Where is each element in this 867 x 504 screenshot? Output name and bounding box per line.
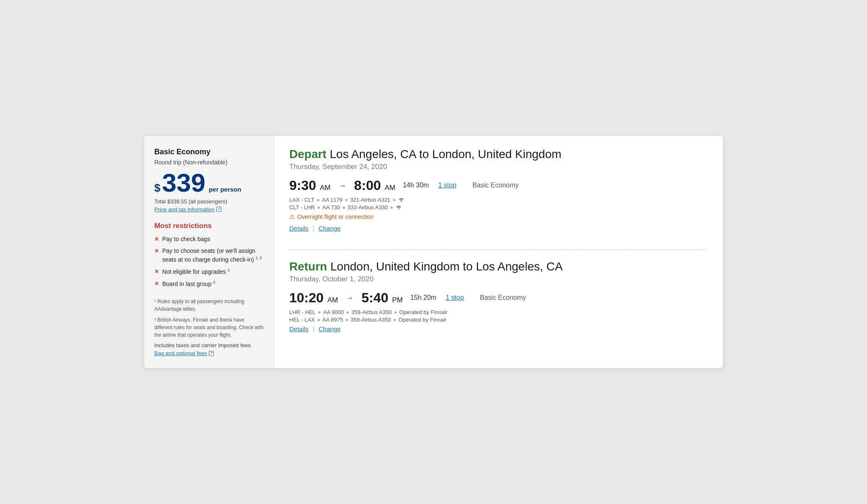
ret-seg2-aircraft: 359-Airbus A350: [350, 317, 391, 323]
return-fare-class: Basic Economy: [480, 294, 526, 301]
per-person-label: per person: [209, 186, 241, 193]
dot-sep-3: ■: [393, 197, 395, 202]
depart-change-link[interactable]: Change: [319, 225, 341, 232]
fare-title: Basic Economy: [154, 148, 264, 156]
restriction-text-4: Board in last group 2: [162, 280, 215, 288]
ret-seg2-route: HEL - LAX: [289, 317, 315, 323]
restriction-list: ✕ Pay to check bags ✕ Pay to choose seat…: [154, 235, 264, 292]
footnote-1: ¹ Rules apply to all passengers includin…: [154, 298, 264, 313]
includes-text: Includes taxes and carrier imposed fees.: [154, 342, 264, 348]
overnight-warning-text: Overnight flight or connection: [297, 213, 374, 220]
seg2-route: CLT - LHR: [289, 204, 315, 210]
seg1-aircraft: 321-Airbus A321: [350, 197, 390, 203]
restriction-item-2: ✕ Pay to choose seats (or we'll assign s…: [154, 247, 264, 264]
dollar-sign: $: [154, 182, 160, 195]
depart-time: 9:30 AM: [289, 178, 330, 193]
ret-dot-5: ■: [345, 317, 348, 322]
dot-sep-2: ■: [345, 197, 348, 202]
depart-times-row: 9:30 AM → 8:00 AM 14h 30m 1 stop Basic E…: [289, 178, 708, 193]
main-card: Basic Economy Round trip (Non-refundable…: [144, 136, 723, 369]
seg2-aircraft: 333-Airbus A330: [348, 204, 388, 210]
ret-dot-3: ■: [394, 310, 397, 314]
external-link-icon: [216, 207, 221, 212]
restriction-item-3: ✕ Not eligible for upgrades 1: [154, 268, 264, 276]
depart-section: Depart Los Angeles, CA to London, United…: [289, 148, 708, 232]
dot-sep-4: ■: [317, 205, 320, 210]
pipe-sep-return: |: [313, 325, 314, 333]
return-word: Return: [289, 260, 327, 273]
dot-sep-6: ■: [390, 205, 393, 210]
return-flight-details: LHR - HEL ■ AA 9000 ■ 359-Airbus A350 ■ …: [289, 309, 708, 323]
seg2-flight: AA 730: [322, 204, 340, 210]
restriction-item-1: ✕ Pay to check bags: [154, 235, 264, 244]
bag-fees-external-icon: [209, 351, 214, 356]
return-direction: Return London, United Kingdom to Los Ang…: [289, 260, 708, 273]
ret-seg1-flight: AA 9000: [323, 309, 344, 315]
depart-segment-1: LAX - CLT ■ AA 1179 ■ 321-Airbus A321 ■: [289, 197, 708, 203]
restriction-item-4: ✕ Board in last group 2: [154, 280, 264, 288]
depart-details-change-row: Details | Change: [289, 225, 708, 232]
price-number: 339: [162, 170, 205, 196]
return-section: Return London, United Kingdom to Los Ang…: [289, 260, 708, 333]
price-row: $ 339 per person: [154, 170, 264, 196]
wifi-icon-2: [395, 205, 402, 210]
return-segment-1: LHR - HEL ■ AA 9000 ■ 359-Airbus A350 ■ …: [289, 309, 708, 315]
restriction-text-2: Pay to choose seats (or we'll assign sea…: [162, 247, 264, 264]
depart-ampm: AM: [320, 184, 331, 192]
right-panel: Depart Los Angeles, CA to London, United…: [274, 136, 723, 369]
return-arrive-time: 5:40 PM: [361, 290, 402, 306]
x-icon-1: ✕: [154, 236, 159, 243]
arrive-ampm-depart: AM: [384, 184, 395, 192]
depart-details-link[interactable]: Details: [289, 225, 309, 232]
depart-direction: Depart Los Angeles, CA to London, United…: [289, 148, 708, 161]
restriction-text-3: Not eligible for upgrades 1: [162, 268, 230, 276]
section-divider: [289, 249, 708, 250]
depart-route: Los Angeles, CA to London, United Kingdo…: [330, 148, 561, 161]
depart-word: Depart: [289, 148, 327, 161]
ret-seg2-operated: Operated by Finnair: [398, 317, 446, 323]
overnight-warning: ⚠ Overnight flight or connection: [289, 213, 708, 221]
depart-date: Thursday, September 24, 2020: [289, 163, 708, 171]
return-details-change-row: Details | Change: [289, 325, 708, 333]
return-header: Return London, United Kingdom to Los Ang…: [289, 260, 708, 273]
warning-triangle-icon: ⚠: [289, 213, 295, 221]
left-panel: Basic Economy Round trip (Non-refundable…: [144, 136, 274, 369]
restriction-text-1: Pay to check bags: [162, 235, 210, 244]
x-icon-2: ✕: [154, 247, 159, 255]
dot-sep-5: ■: [343, 205, 345, 210]
return-route: London, United Kingdom to Los Angeles, C…: [330, 260, 563, 273]
price-tax-link[interactable]: Price and tax information: [154, 206, 264, 213]
ret-dot-2: ■: [346, 310, 349, 314]
depart-stops-link[interactable]: 1 stop: [438, 182, 457, 189]
return-depart-time: 10:20 AM: [289, 290, 338, 306]
return-segment-2: HEL - LAX ■ AA 8975 ■ 359-Airbus A350 ■ …: [289, 317, 708, 323]
restrictions-title: Most restrictions: [154, 222, 264, 230]
depart-header: Depart Los Angeles, CA to London, United…: [289, 148, 708, 161]
round-trip-label: Round trip (Non-refundable): [154, 159, 264, 166]
arrow-icon-depart: →: [338, 181, 346, 190]
return-stops-link[interactable]: 1 stop: [446, 294, 464, 301]
bag-fees-link[interactable]: Bag and optional fees: [154, 350, 264, 356]
x-icon-3: ✕: [154, 268, 159, 275]
pipe-sep-depart: |: [313, 225, 314, 232]
seg1-flight: AA 1179: [322, 197, 343, 203]
arrive-time-depart: 8:00 AM: [354, 178, 395, 193]
ret-dot-4: ■: [317, 317, 320, 322]
depart-duration: 14h 30m: [403, 182, 429, 189]
seg1-route: LAX - CLT: [289, 197, 314, 203]
wifi-icon-1: [398, 197, 405, 202]
depart-segment-2: CLT - LHR ■ AA 730 ■ 333-Airbus A330 ■: [289, 204, 708, 210]
return-duration: 15h 20m: [410, 294, 436, 301]
ret-dot-6: ■: [393, 317, 396, 322]
return-details-link[interactable]: Details: [289, 325, 309, 333]
return-date: Thursday, October 1, 2020: [289, 275, 708, 283]
dot-sep-1: ■: [317, 197, 319, 202]
depart-fare-class: Basic Economy: [472, 182, 519, 189]
arrow-icon-return: →: [345, 293, 354, 303]
return-times-row: 10:20 AM → 5:40 PM 15h 20m 1 stop Basic …: [289, 290, 708, 306]
total-text: Total $338.55 (all passengers): [154, 198, 264, 205]
ret-seg1-route: LHR - HEL: [289, 309, 316, 315]
return-change-link[interactable]: Change: [319, 325, 341, 333]
ret-seg2-flight: AA 8975: [322, 317, 343, 323]
x-icon-4: ✕: [154, 280, 159, 288]
